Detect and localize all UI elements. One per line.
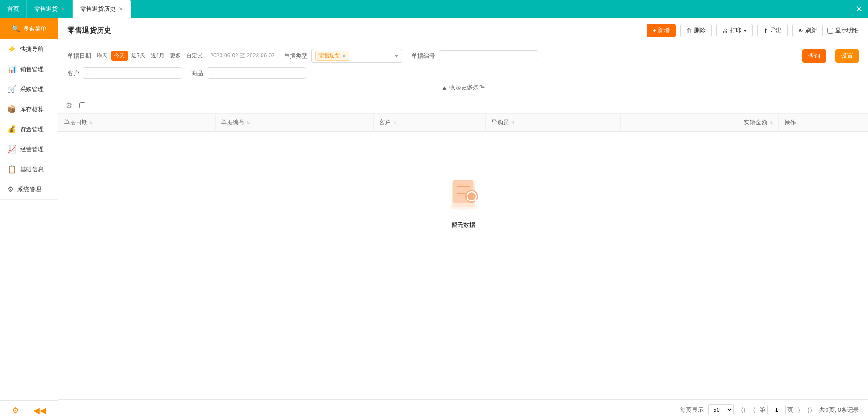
sidebar-item-quick-nav-label: 快捷导航	[20, 45, 44, 53]
sidebar-nav: ⚡ 快捷导航 📊 销售管理 🛒 采购管理 📦 库存核算 💰 资金管理 📈	[0, 39, 58, 400]
page-last-button[interactable]: ⟩⟩	[805, 405, 815, 415]
new-button-label: + 新增	[653, 26, 670, 35]
window-close-button[interactable]: ✕	[856, 4, 863, 14]
tab-home[interactable]: 首页	[0, 0, 27, 18]
delete-button[interactable]: 🗑 删除	[680, 24, 712, 37]
sidebar-item-purchase[interactable]: 🛒 采购管理	[0, 79, 58, 99]
col-guide-sort-icon[interactable]: ⇅	[511, 120, 514, 125]
filter-customer-input-wrapper[interactable]	[83, 67, 182, 79]
sidebar-item-system[interactable]: ⚙ 系统管理	[0, 179, 58, 200]
sidebar-search[interactable]: 🔍 搜索菜单	[0, 18, 58, 39]
page-nav: ⟨⟨ ⟨ 第 页 ⟩ ⟩⟩	[738, 405, 815, 415]
top-tabs: 首页 零售退货 ✕ 零售退货历史 ✕	[0, 0, 856, 18]
col-date-sort-icon[interactable]: ⇅	[89, 120, 93, 125]
sidebar-item-sales-label: 销售管理	[20, 65, 44, 73]
filter-customer: 客户	[67, 67, 182, 79]
table-settings-icon[interactable]: ⚙	[66, 101, 72, 110]
refresh-button[interactable]: ↻ 刷新	[792, 24, 823, 37]
top-bar: 首页 零售退货 ✕ 零售退货历史 ✕ ✕	[0, 0, 868, 18]
print-icon: 🖨	[722, 27, 728, 34]
export-button[interactable]: ⬆ 导出	[757, 24, 788, 37]
page-first-button[interactable]: ⟨⟨	[738, 405, 748, 415]
main-layout: 🔍 搜索菜单 ⚡ 快捷导航 📊 销售管理 🛒 采购管理 📦 库存核算 💰	[0, 18, 868, 420]
col-bill-no-sort-icon[interactable]: ⇅	[247, 120, 250, 125]
filter-row-2: 客户 商品	[67, 67, 859, 79]
print-button[interactable]: 🖨 打印 ▾	[716, 24, 753, 37]
filter-date: 单据日期 昨天 今天 近7天 近1月 更多 自定义 2023-06-02 至 2…	[67, 51, 275, 61]
finance-icon: 💰	[7, 125, 16, 133]
show-detail-checkbox[interactable]	[827, 28, 833, 34]
bill-type-tag: 零售退货 ✕	[315, 51, 349, 61]
new-button[interactable]: + 新增	[647, 24, 676, 37]
sidebar-footer: ⚙ ◀◀	[0, 400, 58, 420]
page-next-button[interactable]: ⟩	[795, 405, 803, 415]
filter-date-label: 单据日期	[67, 52, 91, 60]
system-icon: ⚙	[7, 185, 14, 194]
filter-goods-input[interactable]	[211, 70, 302, 77]
col-customer-sort-icon[interactable]: ⇅	[393, 120, 396, 125]
filter-bill-type-select[interactable]: 零售退货 ✕ ▾	[311, 49, 402, 63]
page-di-label: 第	[760, 406, 765, 414]
page-input[interactable]	[767, 405, 786, 415]
date-more[interactable]: 更多	[168, 51, 183, 61]
filter-bill-no-input[interactable]	[443, 52, 534, 59]
sidebar-item-inventory-label: 库存核算	[20, 105, 44, 113]
page-size-select[interactable]: 10 20 50 100	[708, 404, 734, 415]
collapse-button[interactable]: ▲ 收起更多条件	[442, 83, 485, 92]
filter-bill-no-input-wrapper[interactable]	[439, 50, 538, 61]
tab-retail-return-history-close[interactable]: ✕	[118, 6, 123, 12]
date-1month[interactable]: 近1月	[149, 51, 167, 61]
refresh-icon: ↻	[798, 27, 803, 34]
settings-button[interactable]: 设置	[835, 49, 859, 63]
sidebar-item-purchase-label: 采购管理	[20, 85, 44, 93]
col-amount-sort-icon[interactable]: ⇅	[769, 120, 773, 125]
date-custom[interactable]: 自定义	[185, 51, 205, 61]
sidebar-item-finance[interactable]: 💰 资金管理	[0, 119, 58, 139]
pagination-bar: 每页显示 10 20 50 100 ⟨⟨ ⟨ 第 页 ⟩ ⟩⟩ 共0页, 0条记…	[58, 399, 868, 420]
page-label: 页	[787, 406, 793, 414]
settings-foot-icon[interactable]: ⚙	[12, 405, 19, 415]
tab-retail-return-close[interactable]: ✕	[61, 6, 65, 12]
sidebar-item-quick-nav[interactable]: ⚡ 快捷导航	[0, 39, 58, 59]
page-total-label: 共0页, 0条记录	[819, 406, 859, 414]
empty-text: 暂无数据	[452, 221, 475, 229]
page-size-label: 每页显示	[680, 406, 704, 414]
export-icon: ⬆	[763, 27, 768, 34]
select-all-checkbox[interactable]	[79, 102, 85, 108]
show-detail-label: 显示明细	[835, 26, 859, 35]
date-yesterday[interactable]: 昨天	[95, 51, 109, 61]
bill-type-tag-text: 零售退货	[318, 52, 340, 60]
filter-goods-input-wrapper[interactable]	[207, 67, 306, 79]
sidebar-item-operations[interactable]: 📈 经营管理	[0, 139, 58, 159]
bill-type-tag-close[interactable]: ✕	[342, 53, 346, 59]
tab-retail-return-history-label: 零售退货历史	[80, 5, 116, 13]
tab-retail-return-label: 零售退货	[34, 5, 58, 13]
tab-retail-return-history[interactable]: 零售退货历史 ✕	[73, 0, 131, 18]
delete-icon: 🗑	[686, 27, 692, 34]
table-toolbar: ⚙	[58, 97, 868, 114]
show-detail-checkbox-label[interactable]: 显示明细	[827, 26, 859, 35]
print-chevron-icon: ▾	[744, 27, 747, 34]
sidebar-item-finance-label: 资金管理	[20, 125, 44, 133]
filter-customer-input[interactable]	[87, 70, 178, 77]
export-button-label: 导出	[770, 26, 782, 35]
date-today[interactable]: 今天	[111, 51, 128, 61]
col-guide-label: 导购员	[491, 118, 509, 127]
tab-retail-return[interactable]: 零售退货 ✕	[27, 0, 73, 18]
query-button[interactable]: 查询	[802, 49, 826, 63]
audio-foot-icon[interactable]: ◀◀	[33, 405, 46, 415]
date-7days[interactable]: 近7天	[129, 51, 147, 61]
col-amount: 实销金额 ⇅	[620, 114, 778, 132]
page-actions: + 新增 🗑 删除 🖨 打印 ▾ ⬆ 导出 ↻ 刷新	[647, 24, 859, 43]
col-amount-label: 实销金额	[744, 118, 767, 127]
sidebar-item-inventory[interactable]: 📦 库存核算	[0, 99, 58, 119]
filter-area: 单据日期 昨天 今天 近7天 近1月 更多 自定义 2023-06-02 至 2…	[58, 43, 868, 97]
inventory-icon: 📦	[7, 105, 16, 113]
filter-row-1: 单据日期 昨天 今天 近7天 近1月 更多 自定义 2023-06-02 至 2…	[67, 49, 859, 63]
col-bill-no: 单据编号 ⇅	[216, 114, 374, 132]
sidebar-item-basic-info[interactable]: 📋 基础信息	[0, 159, 58, 179]
filter-bill-no: 单据编号	[411, 50, 538, 61]
date-shortcuts: 昨天 今天 近7天 近1月 更多 自定义	[95, 51, 205, 61]
page-prev-button[interactable]: ⟨	[750, 405, 758, 415]
sidebar-item-sales[interactable]: 📊 销售管理	[0, 59, 58, 79]
